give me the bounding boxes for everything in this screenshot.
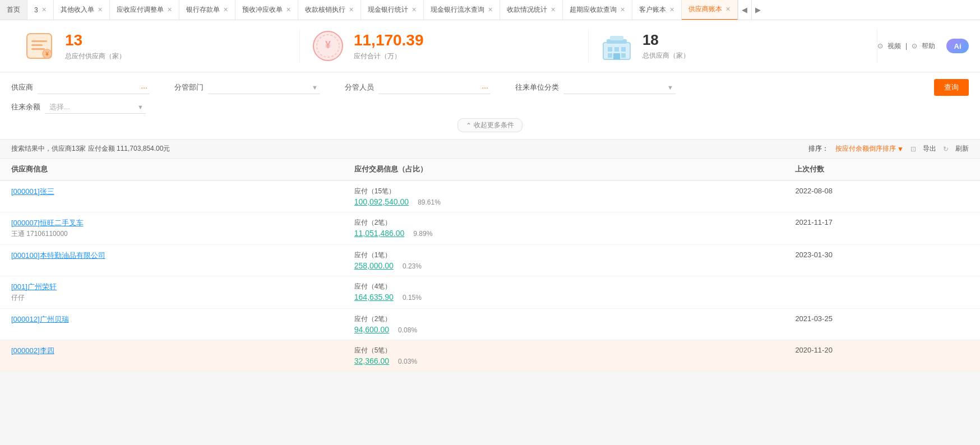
- supplier-filter-label: 供应商: [11, 82, 33, 92]
- col-payable-info: 应付交易信息（占比）: [343, 159, 784, 180]
- supplier-link-2[interactable]: [000100]本特勤油品有限公司: [11, 251, 105, 259]
- summary-payable-total-text: 11,170.39 应付合计（万）: [354, 31, 424, 62]
- collapse-chevron-up-icon: ⌃: [466, 122, 471, 129]
- export-button[interactable]: 导出: [923, 144, 936, 154]
- svg-rect-16: [621, 53, 626, 58]
- payable-pct-3: 0.15%: [403, 294, 422, 302]
- supplier-link-4[interactable]: [000012]广州贝瑞: [11, 315, 69, 323]
- summary-card-total-suppliers: 18 总供应商（家）: [589, 29, 877, 63]
- sort-button[interactable]: 按应付余额倒序排序 ▼: [835, 144, 904, 154]
- table-row: [000007]恒旺二手叉车王通 17106110000应付（2笔）11,051…: [0, 212, 980, 245]
- close-collection-writeoff-icon[interactable]: ✕: [349, 6, 354, 13]
- payable-total-num: 11,170.39: [354, 31, 424, 50]
- payable-amount-1[interactable]: 11,051,486.00: [354, 229, 405, 238]
- payable-amount-0[interactable]: 100,092,540.00: [354, 197, 409, 206]
- balance-select-wrap: 选择... ▼: [45, 100, 146, 114]
- category-select[interactable]: [563, 81, 676, 94]
- nav-tab-customer-ledger[interactable]: 客户账本 ✕: [632, 0, 682, 20]
- last-pay-cell-5: 2020-11-20: [784, 340, 980, 372]
- nav-tab-other-income[interactable]: 其他收入单 ✕: [54, 0, 110, 20]
- filter-row-1: 供应商 ··· 分管部门 ▼ 分管人员 ···: [11, 79, 969, 96]
- supplier-input[interactable]: [38, 81, 150, 94]
- last-pay-cell-4: 2021-03-25: [784, 309, 980, 340]
- refresh-icon: ↻: [943, 145, 949, 153]
- payable-label-5: 应付（5笔）: [354, 346, 773, 355]
- supplier-table: 供应商信息 应付交易信息（占比） 上次付数 [000001]张三应付（15笔）1…: [0, 159, 980, 372]
- nav-tab-home[interactable]: 首页: [0, 0, 27, 20]
- close-other-income-icon[interactable]: ✕: [98, 6, 103, 13]
- sort-chevron-icon: ▼: [897, 145, 904, 153]
- collapse-button[interactable]: ⌃ 收起更多条件: [457, 118, 523, 132]
- payable-label-2: 应付（1笔）: [354, 251, 773, 260]
- help-link[interactable]: 帮助: [922, 41, 935, 51]
- filter-category: 往来单位分类 ▼: [515, 81, 676, 94]
- payable-total-label: 应付合计（万）: [354, 52, 424, 61]
- payable-amount-4[interactable]: 94,600.00: [354, 325, 389, 334]
- summary-bar: ¥ 13 总应付供应商（家） ¥ 11,170.39 应付合计（万）: [0, 20, 980, 72]
- summary-total-suppliers-text: 18 总供应商（家）: [642, 31, 690, 61]
- nav-tab-supplier-ledger[interactable]: 供应商账本 ✕: [682, 0, 738, 20]
- supplier-dots-icon[interactable]: ···: [141, 83, 147, 92]
- close-customer-ledger-icon[interactable]: ✕: [669, 6, 674, 13]
- refresh-button[interactable]: 刷新: [955, 144, 969, 154]
- nav-tab-prepay-ar[interactable]: 预收冲应收单 ✕: [235, 0, 298, 20]
- supplier-link-0[interactable]: [000001]张三: [11, 187, 54, 196]
- payable-info-cell-0: 应付（15笔）100,092,540.0089.61%: [343, 180, 784, 212]
- svg-rect-13: [614, 47, 619, 52]
- nav-next-button[interactable]: ▶: [751, 0, 765, 20]
- payable-amount-2[interactable]: 258,000.00: [354, 261, 394, 270]
- supplier-payable-icon: ¥: [22, 29, 56, 63]
- nav-tab-bank-deposit[interactable]: 银行存款单 ✕: [179, 0, 235, 20]
- nav-tab-collection-stat[interactable]: 收款情况统计 ✕: [500, 0, 563, 20]
- dept-select-wrap: ▼: [208, 81, 320, 94]
- supplier-link-1[interactable]: [000007]恒旺二手叉车: [11, 219, 84, 227]
- payable-info-cell-2: 应付（1笔）258,000.000.23%: [343, 245, 784, 276]
- person-input[interactable]: [378, 81, 491, 94]
- close-tab-3-icon[interactable]: ✕: [41, 6, 47, 13]
- summary-payable-suppliers-text: 13 总应付供应商（家）: [65, 31, 126, 62]
- supplier-link-3[interactable]: [001]广州荣轩: [11, 282, 57, 291]
- payable-pct-4: 0.08%: [398, 326, 417, 334]
- last-pay-cell-2: 2023-01-30: [784, 245, 980, 276]
- close-overdue-ar-icon[interactable]: ✕: [620, 6, 625, 13]
- last-pay-cell-3: [784, 276, 980, 309]
- nav-tab-3[interactable]: 3 ✕: [27, 0, 54, 20]
- balance-filter-label: 往来余额: [11, 102, 40, 112]
- nav-tab-overdue-ar[interactable]: 超期应收款查询 ✕: [563, 0, 632, 20]
- close-collection-stat-icon[interactable]: ✕: [551, 6, 556, 13]
- supplier-link-5[interactable]: [000002]李四: [11, 346, 54, 355]
- payable-pct-5: 0.03%: [398, 358, 417, 365]
- svg-rect-15: [608, 53, 612, 58]
- video-link[interactable]: 视频: [887, 41, 901, 51]
- main-table-wrap: 供应商信息 应付交易信息（占比） 上次付数 [000001]张三应付（15笔）1…: [0, 159, 980, 372]
- payable-label-1: 应付（2笔）: [354, 218, 773, 228]
- dept-select[interactable]: [208, 81, 320, 94]
- payable-suppliers-num: 13: [65, 31, 126, 50]
- nav-prev-button[interactable]: ◀: [738, 0, 751, 20]
- col-supplier-info: 供应商信息: [0, 159, 343, 180]
- supplier-sub-3: 仔仔: [11, 293, 332, 303]
- svg-text:¥: ¥: [45, 51, 49, 57]
- category-filter-label: 往来单位分类: [515, 82, 559, 92]
- balance-select[interactable]: 选择...: [45, 100, 146, 114]
- filter-row-2: 往来余额 选择... ▼: [11, 100, 969, 114]
- close-cash-bank-flow-icon[interactable]: ✕: [488, 6, 493, 13]
- close-ar-ap-adjust-icon[interactable]: ✕: [167, 6, 172, 13]
- svg-rect-2: [31, 44, 43, 46]
- nav-tab-collection-writeoff[interactable]: 收款核销执行 ✕: [298, 0, 361, 20]
- payable-amount-5[interactable]: 32,366.00: [354, 356, 389, 365]
- svg-rect-11: [610, 36, 623, 40]
- close-supplier-ledger-icon[interactable]: ✕: [725, 6, 731, 13]
- query-button[interactable]: 查询: [934, 79, 969, 96]
- nav-tab-cash-bank-stat[interactable]: 现金银行统计 ✕: [361, 0, 424, 20]
- filter-supplier: 供应商 ···: [11, 81, 150, 94]
- ai-badge-button[interactable]: Ai: [946, 39, 969, 53]
- close-bank-deposit-icon[interactable]: ✕: [223, 6, 228, 13]
- nav-tab-cash-bank-flow[interactable]: 现金银行流水查询 ✕: [424, 0, 500, 20]
- nav-tab-ar-ap-adjust[interactable]: 应收应付调整单 ✕: [110, 0, 179, 20]
- close-cash-bank-stat-icon[interactable]: ✕: [412, 6, 417, 13]
- close-prepay-ar-icon[interactable]: ✕: [286, 6, 291, 13]
- person-dots-icon[interactable]: ···: [482, 83, 488, 92]
- payable-amount-3[interactable]: 164,635.90: [354, 293, 394, 302]
- top-navigation: 首页 3 ✕ 其他收入单 ✕ 应收应付调整单 ✕ 银行存款单 ✕ 预收冲应收单 …: [0, 0, 980, 20]
